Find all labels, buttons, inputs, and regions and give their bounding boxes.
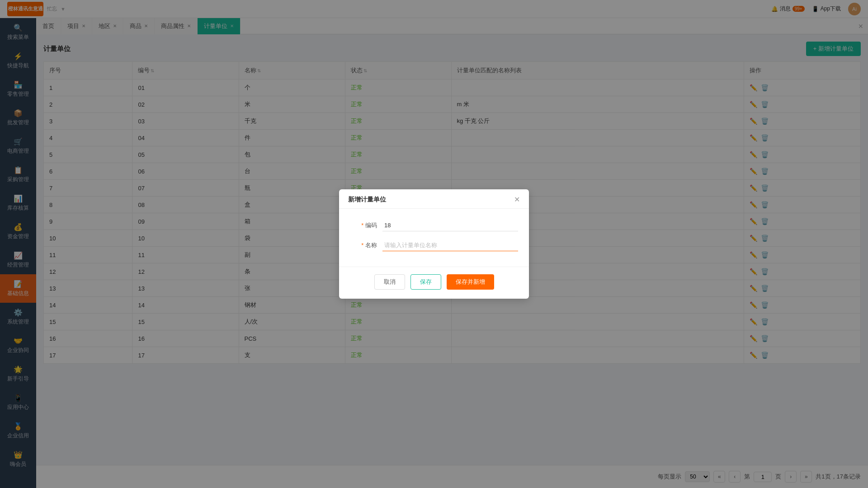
save-new-btn[interactable]: 保存并新增 (447, 274, 494, 290)
cancel-btn[interactable]: 取消 (374, 274, 405, 290)
modal-body: * 编码 * 名称 (339, 209, 529, 267)
code-required-mark: * (361, 222, 363, 229)
code-label: * 编码 (350, 221, 377, 230)
form-row-code: * 编码 (350, 220, 518, 231)
modal-box: 新增计量单位 ✕ * 编码 * 名称 取消 保存 保存并新增 (339, 189, 529, 299)
form-row-name: * 名称 (350, 239, 518, 251)
name-label: * 名称 (350, 241, 377, 249)
modal-close-btn[interactable]: ✕ (514, 196, 520, 203)
code-input[interactable] (382, 220, 518, 231)
modal-overlay: 新增计量单位 ✕ * 编码 * 名称 取消 保存 保存并新增 (0, 0, 868, 488)
modal-title: 新增计量单位 (348, 196, 386, 204)
name-required-mark: * (361, 242, 363, 249)
modal-header: 新增计量单位 ✕ (339, 189, 529, 209)
save-btn[interactable]: 保存 (410, 274, 441, 290)
name-input[interactable] (382, 239, 518, 251)
modal-footer: 取消 保存 保存并新增 (339, 267, 529, 299)
